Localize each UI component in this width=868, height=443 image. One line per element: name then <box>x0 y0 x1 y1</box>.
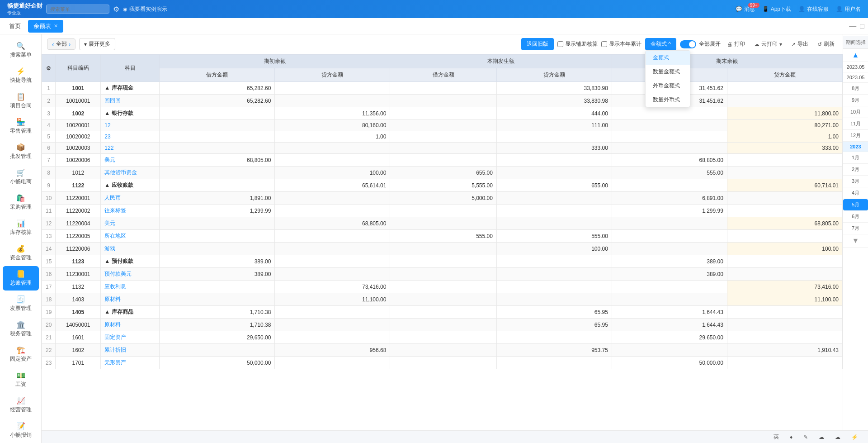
col-settings-header[interactable]: ⚙ <box>42 55 56 82</box>
period-nav-up[interactable]: ▲ <box>843 49 868 62</box>
format-option-qty-amount[interactable]: 数量金额式 <box>646 65 690 79</box>
format-dropdown-btn[interactable]: 金额式 ^ <box>645 38 676 50</box>
row-subject[interactable]: 其他货币资金 <box>101 167 160 179</box>
row-no: 19 <box>42 306 56 319</box>
sidebar-item-inventory[interactable]: 📊 库存核算 <box>3 215 39 240</box>
print-btn[interactable]: 🖨 打印 <box>724 38 748 50</box>
sidebar-item-quick-nav[interactable]: ⚡ 快捷导航 <box>3 63 39 88</box>
period-6[interactable]: 6月 <box>843 211 868 223</box>
period-year-2023[interactable]: 2023 <box>843 142 868 152</box>
period-1[interactable]: 1月 <box>843 152 868 164</box>
sidebar-item-fixed-assets[interactable]: 🏗️ 固定资产 <box>3 342 39 367</box>
row-subject[interactable]: ▲ 库存商品 <box>101 306 160 319</box>
period-2023-05-start[interactable]: 2023.05 <box>843 62 868 72</box>
row-subject[interactable]: 应收利息 <box>101 281 160 293</box>
row-cur-credit <box>496 205 612 217</box>
period-7[interactable]: 7月 <box>843 223 868 234</box>
sidebar-item-ledger[interactable]: 📒 总账管理 <box>3 266 39 291</box>
row-subject[interactable]: 预付款美元 <box>101 268 160 281</box>
sidebar-item-project[interactable]: 📋 项目合同 <box>3 89 39 113</box>
status-lang-btn[interactable]: 英 <box>771 432 782 442</box>
user-avatar[interactable]: 👤 用户名 <box>836 5 861 13</box>
row-subject[interactable]: ▲ 应收账款 <box>101 179 160 192</box>
row-cl-debit <box>612 243 727 255</box>
period-9[interactable]: 9月 <box>843 95 868 106</box>
export-btn[interactable]: ↗ 导出 <box>788 38 811 50</box>
row-subject[interactable]: 人民币 <box>101 192 160 205</box>
row-subject[interactable]: ▲ 预付账款 <box>101 255 160 268</box>
status-diamond-btn[interactable]: ♦ <box>787 433 795 441</box>
tab-home[interactable]: 首页 <box>4 20 26 33</box>
period-2023-05-end[interactable]: 2023.05 <box>843 72 868 83</box>
filter-all-btn[interactable]: ‹ 全部 › <box>47 38 75 50</box>
tab-maximize-icon[interactable]: □ <box>860 22 864 30</box>
format-option-qty-foreign[interactable]: 数量外币式 <box>646 93 690 107</box>
expand-all-toggle[interactable]: 全部展开 <box>680 40 721 48</box>
refresh-btn[interactable]: ↺ 刷新 <box>815 38 837 50</box>
app-download-btn[interactable]: 📱 App下载 <box>762 5 791 13</box>
row-subject[interactable]: 所在地区 <box>101 230 160 243</box>
row-subject[interactable]: 122 <box>101 143 160 154</box>
tab-close-icon[interactable]: ✕ <box>54 23 58 29</box>
period-nav-down[interactable]: ▼ <box>843 234 868 248</box>
row-subject[interactable]: 美元 <box>101 154 160 167</box>
sidebar-item-expense[interactable]: 📝 小畅报销 <box>3 418 39 443</box>
sidebar-item-purchase[interactable]: 🛍️ 采购管理 <box>3 190 39 214</box>
sidebar-item-fund[interactable]: 💰 资金管理 <box>3 241 39 265</box>
row-subject[interactable]: 12 <box>101 120 160 131</box>
sidebar-item-invoice[interactable]: 🧾 发票管理 <box>3 291 39 316</box>
row-subject[interactable]: 原材料 <box>101 319 160 331</box>
status-cloud1-btn[interactable]: ☁ <box>816 433 827 441</box>
expand-more-btn[interactable]: ▾ 展开更多 <box>79 38 115 50</box>
format-option-foreign[interactable]: 外币金额式 <box>646 79 690 93</box>
period-5-active[interactable]: 5月 <box>843 199 868 211</box>
period-4[interactable]: 4月 <box>843 187 868 199</box>
period-8[interactable]: 8月 <box>843 83 868 95</box>
toggle-switch[interactable] <box>680 40 696 48</box>
format-option-amount[interactable]: 金额式 <box>646 51 690 65</box>
return-old-btn[interactable]: 退回旧版 <box>521 38 554 50</box>
row-subject[interactable]: 累计折旧 <box>101 344 160 357</box>
period-12[interactable]: 12月 <box>843 130 868 142</box>
demo-link[interactable]: 我要看实例演示 <box>123 5 167 13</box>
sidebar-item-salary[interactable]: 💵 工资 <box>3 367 39 392</box>
show-annual-check[interactable]: 显示本年累计 <box>601 40 642 48</box>
search-input[interactable] <box>46 5 109 14</box>
show-auxiliary-input[interactable] <box>557 41 563 47</box>
settings-icon[interactable]: ⚙ <box>46 65 51 71</box>
sidebar-item-management[interactable]: 📈 经营管理 <box>3 393 39 417</box>
status-cloud2-btn[interactable]: ☁ <box>832 433 843 441</box>
period-2[interactable]: 2月 <box>843 164 868 176</box>
row-subject[interactable]: 美元 <box>101 217 160 230</box>
sidebar-item-search[interactable]: 🔍 搜索菜单 <box>3 38 39 62</box>
row-subject[interactable]: 游戏 <box>101 243 160 255</box>
cloud-print-btn[interactable]: ☁ 云打印 ▾ <box>751 38 785 50</box>
sidebar-item-ecommerce[interactable]: 🛒 小畅电商 <box>3 165 39 189</box>
row-subject[interactable]: 无形资产 <box>101 357 160 369</box>
row-subject[interactable]: ▲ 银行存款 <box>101 107 160 120</box>
row-subject[interactable]: 原材料 <box>101 293 160 306</box>
period-10[interactable]: 10月 <box>843 106 868 118</box>
row-cur-credit <box>496 192 612 205</box>
row-subject[interactable]: 固定资产 <box>101 331 160 344</box>
tab-balance[interactable]: 余额表 ✕ <box>28 20 63 33</box>
row-no: 8 <box>42 167 56 179</box>
status-bolt-btn[interactable]: ⚡ <box>849 433 861 441</box>
row-subject[interactable]: 23 <box>101 131 160 143</box>
period-3[interactable]: 3月 <box>843 176 868 187</box>
sidebar-item-retail[interactable]: 🏪 零售管理 <box>3 114 39 138</box>
status-edit-btn[interactable]: ✎ <box>801 433 811 441</box>
gear-icon[interactable]: ⚙ <box>113 5 119 14</box>
show-auxiliary-check[interactable]: 显示辅助核算 <box>557 40 598 48</box>
row-subject[interactable]: 回回回 <box>101 95 160 107</box>
sidebar-item-wholesale[interactable]: 📦 批发管理 <box>3 139 39 164</box>
period-11[interactable]: 11月 <box>843 118 868 130</box>
show-annual-input[interactable] <box>601 41 607 47</box>
top-bar-left: 畅捷通好企财 专业版 ⚙ 我要看实例演示 <box>7 2 167 16</box>
sidebar-item-tax[interactable]: 🏛️ 税务管理 <box>3 317 39 341</box>
online-service-btn[interactable]: 👤 在线客服 <box>798 5 829 13</box>
row-subject[interactable]: ▲ 库存现金 <box>101 82 160 95</box>
tab-minimize-icon[interactable]: — <box>849 22 856 30</box>
row-subject[interactable]: 往来标签 <box>101 205 160 217</box>
message-btn[interactable]: 💬 消息 99+ <box>736 5 755 13</box>
